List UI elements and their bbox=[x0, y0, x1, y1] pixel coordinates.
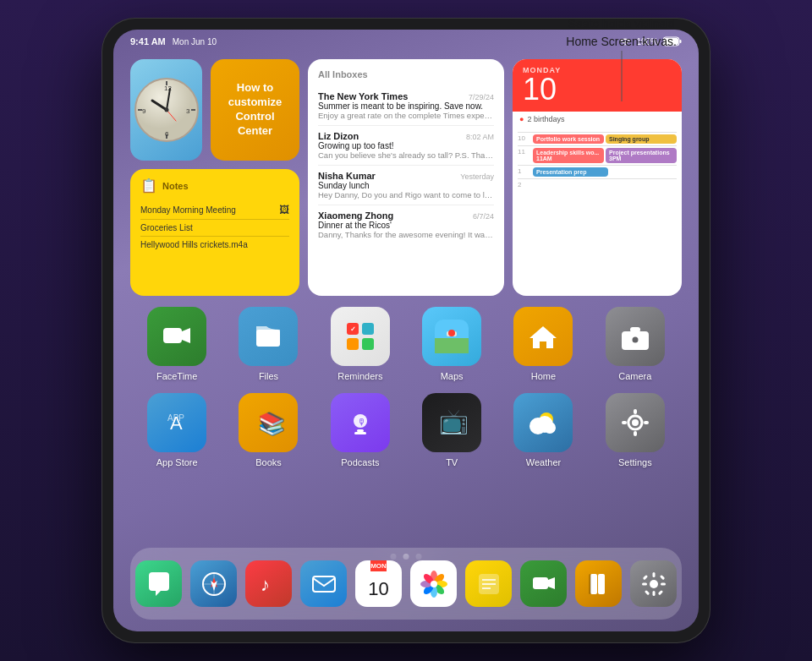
podcasts-icon: 🎙 bbox=[331, 393, 390, 452]
reminders-icon: ✓ bbox=[331, 307, 390, 366]
app-grid-row2: AAPP App Store 📚 Books 🎙 Podcasts bbox=[126, 393, 686, 467]
dock-cal-month: MON bbox=[370, 560, 387, 571]
ipad-frame: 9:41 AM Mon Jun 10 100% bbox=[102, 18, 710, 643]
tv-icon: 📺 bbox=[422, 393, 481, 452]
app-weather[interactable]: Weather bbox=[501, 393, 585, 467]
dock-mail-icon bbox=[300, 560, 347, 607]
app-grid-row1: FaceTime Files ✓ Reminders bbox=[126, 307, 686, 381]
status-date: Mon Jun 10 bbox=[173, 37, 217, 46]
svg-rect-98 bbox=[657, 589, 662, 594]
notes-item-1: Monday Morning Meeting 🖼 bbox=[140, 200, 289, 220]
mail-item-1: Liz Dizon 8:02 AM Growing up too fast! C… bbox=[318, 126, 494, 166]
app-maps[interactable]: Maps bbox=[409, 307, 494, 381]
callout-container: Saate hoida vidinaid Home Screen-kuvas. bbox=[566, 15, 677, 101]
app-appstore[interactable]: AAPP App Store bbox=[134, 393, 219, 467]
svg-rect-97 bbox=[644, 589, 649, 594]
app-files[interactable]: Files bbox=[226, 307, 310, 381]
dock-notes[interactable] bbox=[465, 560, 512, 607]
svg-text:📚: 📚 bbox=[258, 410, 285, 437]
app-books[interactable]: 📚 Books bbox=[226, 393, 310, 467]
svg-rect-91 bbox=[652, 572, 655, 577]
mail-item-3: Xiaomeng Zhong 6/7/24 Dinner at the Rico… bbox=[318, 205, 494, 244]
dock-safari-icon bbox=[190, 560, 237, 607]
settings-icon bbox=[606, 393, 665, 452]
facetime-icon bbox=[147, 307, 206, 366]
svg-rect-87 bbox=[590, 574, 597, 594]
app-home[interactable]: Home bbox=[501, 307, 585, 381]
dock-mail[interactable] bbox=[300, 560, 347, 607]
widget-howto-text: How to customize Control Center bbox=[228, 81, 283, 139]
svg-point-32 bbox=[448, 330, 455, 336]
svg-text:6: 6 bbox=[165, 130, 169, 138]
svg-rect-69 bbox=[313, 576, 335, 592]
svg-rect-18 bbox=[163, 328, 182, 343]
app-camera[interactable]: Camera bbox=[593, 307, 678, 381]
callout-line-icon bbox=[621, 51, 623, 101]
callout-text: Saate hoida vidinaid Home Screen-kuvas. bbox=[566, 15, 677, 51]
svg-point-16 bbox=[164, 108, 168, 112]
svg-rect-48 bbox=[357, 429, 364, 432]
svg-point-38 bbox=[632, 337, 638, 343]
dock-facetime[interactable] bbox=[520, 560, 567, 607]
widget-clock[interactable]: 12 3 6 9 bbox=[130, 59, 202, 161]
svg-rect-30 bbox=[435, 338, 469, 353]
svg-rect-26 bbox=[362, 338, 374, 350]
dock-photos-icon bbox=[410, 560, 457, 607]
svg-rect-85 bbox=[533, 577, 548, 589]
widget-mail[interactable]: All Inboxes The New York Times 7/29/24 S… bbox=[308, 59, 504, 296]
widget-notes-header: 📋 Notes bbox=[140, 178, 289, 194]
svg-rect-61 bbox=[622, 421, 627, 424]
dock-notes-icon bbox=[465, 560, 512, 607]
ipad-screen: 9:41 AM Mon Jun 10 100% bbox=[113, 30, 699, 631]
calendar-birthdays: ● 2 birthdays bbox=[513, 112, 682, 127]
maps-icon bbox=[422, 307, 481, 366]
files-icon bbox=[239, 307, 298, 366]
dock-books-icon bbox=[575, 560, 622, 607]
app-facetime[interactable]: FaceTime bbox=[134, 307, 219, 381]
weather-icon bbox=[513, 393, 573, 452]
notes-icon: 📋 bbox=[140, 178, 157, 194]
dock-settings[interactable] bbox=[630, 560, 677, 607]
widget-notes[interactable]: 📋 Notes Monday Morning Meeting 🖼 Groceri… bbox=[130, 169, 299, 296]
home-icon bbox=[513, 307, 573, 366]
dock-books[interactable] bbox=[575, 560, 622, 607]
dock-photos[interactable] bbox=[410, 560, 457, 607]
dock-calendar-icon: MON 10 bbox=[355, 560, 402, 607]
svg-rect-62 bbox=[644, 421, 649, 424]
app-settings[interactable]: Settings bbox=[593, 393, 678, 467]
svg-rect-24 bbox=[347, 338, 359, 350]
svg-text:12: 12 bbox=[164, 85, 172, 92]
dock-safari[interactable] bbox=[190, 560, 237, 607]
svg-point-58 bbox=[632, 419, 639, 426]
svg-rect-92 bbox=[652, 591, 655, 596]
svg-text:📺: 📺 bbox=[439, 407, 469, 435]
dock-music[interactable]: ♪ bbox=[245, 560, 292, 607]
svg-rect-89 bbox=[589, 574, 591, 594]
app-reminders[interactable]: ✓ Reminders bbox=[318, 307, 403, 381]
notes-item-3: Hellywood Hills crickets.m4a bbox=[140, 237, 289, 253]
svg-text:APP: APP bbox=[167, 413, 184, 423]
app-tv[interactable]: 📺 TV bbox=[409, 393, 494, 467]
svg-rect-59 bbox=[634, 409, 637, 414]
svg-rect-96 bbox=[659, 574, 664, 579]
dock-messages[interactable] bbox=[135, 560, 182, 607]
mail-item-0: The New York Times 7/29/24 Summer is mea… bbox=[318, 86, 494, 126]
mail-header: All Inboxes bbox=[318, 69, 494, 79]
dock-cal-date: 10 bbox=[368, 571, 388, 607]
dock-messages-icon bbox=[135, 560, 182, 607]
svg-text:3: 3 bbox=[186, 107, 190, 115]
widget-howto[interactable]: How to customize Control Center bbox=[211, 59, 299, 161]
widgets-left-column: 12 3 6 9 bbox=[130, 59, 299, 296]
svg-rect-25 bbox=[362, 323, 374, 335]
svg-rect-60 bbox=[634, 431, 637, 436]
svg-text:♪: ♪ bbox=[261, 574, 270, 595]
svg-text:🎙: 🎙 bbox=[357, 417, 366, 427]
notes-item-2: Groceries List bbox=[140, 220, 289, 237]
app-podcasts[interactable]: 🎙 Podcasts bbox=[318, 393, 403, 467]
svg-rect-88 bbox=[598, 574, 605, 594]
svg-text:9: 9 bbox=[142, 107, 146, 115]
svg-rect-95 bbox=[642, 574, 647, 579]
svg-rect-39 bbox=[630, 327, 640, 332]
dock-calendar[interactable]: MON 10 bbox=[355, 560, 402, 607]
svg-text:✓: ✓ bbox=[350, 325, 356, 333]
